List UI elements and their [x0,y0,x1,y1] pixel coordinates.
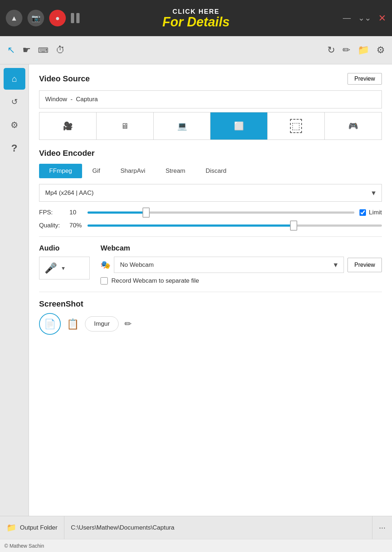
video-source-preview-button[interactable]: Preview [348,73,382,85]
copyright-text: © Mathew Sachin [4,543,44,549]
screenshot-title: ScreenShot [39,299,382,309]
webcam-checkbox-row: Record Webcam to separate file [101,277,382,284]
keyboard-tool[interactable]: ⌨ [38,46,48,55]
refresh-icon[interactable]: ↻ [327,44,335,56]
format-dropdown[interactable]: Mp4 (x264 | AAC) Avi Mkv [39,184,382,202]
tb-record-button[interactable]: ● [49,10,66,26]
source-type-screen2[interactable]: 💻 [154,112,211,140]
webcam-section: Webcam 🎭 No Webcam ▼ Preview Record Webc… [101,244,382,284]
video-encoder-title: Video Encoder [39,149,382,158]
region-icon: ⬚ [290,119,302,133]
divider-1 [39,236,382,237]
audio-webcam-row: Audio 🎤 ▼ Webcam 🎭 No Webcam ▼ [39,244,382,284]
hand-tool[interactable]: ☛ [22,44,31,56]
quality-slider[interactable] [88,222,382,229]
close-button[interactable]: ✕ [378,13,386,24]
sidebar-item-history[interactable]: ↺ [4,91,25,113]
tb-camera-button[interactable]: 📷 [27,10,44,26]
screen1-icon: 🖥 [121,121,129,131]
toolbar: ↖ ☛ ⌨ ⏱ ↻ ✏ 📁 ⚙ [0,36,392,64]
audio-button[interactable]: 🎤 ▼ [39,257,90,279]
webcam-dropdown[interactable]: No Webcam [114,257,344,273]
microphone-icon: 🎤 [44,262,57,274]
webcam-dropdown-wrap: No Webcam ▼ [114,257,344,273]
source-type-screen1[interactable]: 🖥 [97,112,154,140]
screenshot-section: ScreenShot 📄 📋 Imgur ✏ [39,299,382,335]
webcam-title: Webcam [101,244,382,252]
fps-row: FPS: 10 Limit [39,209,382,216]
footer: 📁 Output Folder C:\Users\Mathew\Document… [0,516,392,539]
webcam-separate-file-checkbox[interactable] [101,277,108,284]
window-icon: ⬜ [234,121,244,131]
encoder-tab-discard[interactable]: Discard [196,164,237,178]
limit-checkbox[interactable] [359,209,366,216]
content-area: Video Source Preview 🎥 🖥 💻 ⬜ ⬚ 🎮 [29,64,392,516]
collapse-button[interactable]: ⌄⌄ [358,13,371,23]
webcam-icon: 🎭 [101,260,110,270]
footer-folder-button[interactable]: 📁 Output Folder [0,516,64,539]
toolbar-tools: ↖ ☛ ⌨ ⏱ [7,44,320,56]
encoder-tab-sharpavi[interactable]: SharpAvi [110,164,155,178]
source-input[interactable] [39,90,382,108]
screenshot-edit-button[interactable]: ✏ [124,319,132,329]
sidebar-item-settings[interactable]: ⚙ [4,114,25,136]
encoder-tab-stream[interactable]: Stream [155,164,196,178]
video-source-title: Video Source [39,74,90,84]
timer-tool[interactable]: ⏱ [56,44,65,56]
titlebar-left: ▲ 📷 ● [6,10,80,26]
format-dropdown-wrap: Mp4 (x264 | AAC) Avi Mkv ▼ [39,184,382,202]
footer-output-label: Output Folder [20,524,57,531]
fps-slider[interactable] [88,209,354,216]
settings-icon[interactable]: ⚙ [376,44,385,56]
screenshot-imgur-button[interactable]: Imgur [85,316,119,331]
source-type-window[interactable]: ⬜ [210,112,268,140]
webcam-separate-file-label: Record Webcam to separate file [111,277,199,284]
fps-value: 10 [69,209,82,216]
encoder-tabs: FFmpeg Gif SharpAvi Stream Discard [39,164,382,178]
tb-pause-button[interactable] [71,13,80,23]
titlebar-right: — ⌄⌄ ✕ [343,13,386,24]
gamepad-icon: 🎮 [348,121,358,131]
main-layout: ⌂ ↺ ⚙ ? Video Source Preview 🎥 🖥 💻 ⬜ [0,64,392,516]
screenshot-clipboard-button[interactable]: 📋 [67,318,79,330]
source-type-camera[interactable]: 🎥 [39,112,97,140]
fps-label: FPS: [39,209,64,216]
quality-value: 70% [69,222,82,229]
minimize-button[interactable]: — [343,13,351,23]
limit-wrap: Limit [359,209,382,216]
titlebar: ▲ 📷 ● CLICK HERE For Details — ⌄⌄ ✕ [0,0,392,36]
webcam-preview-button[interactable]: Preview [348,258,382,272]
audio-title: Audio [39,244,90,252]
audio-chevron-icon: ▼ [61,265,66,271]
quality-row: Quality: 70% [39,222,382,229]
tb-up-button[interactable]: ▲ [6,10,22,26]
file-icon: 📄 [44,318,56,330]
webcam-row: 🎭 No Webcam ▼ Preview [101,257,382,273]
divider-2 [39,292,382,292]
pen-icon[interactable]: ✏ [342,44,350,56]
source-type-gamepad[interactable]: 🎮 [325,112,382,140]
quality-label: Quality: [39,222,64,229]
screenshot-icons: 📄 📋 Imgur ✏ [39,313,382,335]
screenshot-file-button[interactable]: 📄 [39,313,61,335]
limit-label: Limit [369,209,382,216]
sidebar: ⌂ ↺ ⚙ ? [0,64,29,516]
footer-more-button[interactable]: ··· [372,516,392,539]
camera-icon: 🎥 [63,121,73,131]
audio-section: Audio 🎤 ▼ [39,244,90,279]
sidebar-item-home[interactable]: ⌂ [4,68,25,90]
footer-folder-icon: 📁 [7,523,16,532]
folder-icon[interactable]: 📁 [358,44,369,56]
titlebar-center[interactable]: CLICK HERE For Details [162,8,230,29]
screen2-icon: 💻 [177,121,187,131]
sidebar-item-help[interactable]: ? [4,137,25,159]
copyright: © Mathew Sachin [0,539,392,552]
cursor-tool[interactable]: ↖ [7,44,15,56]
source-type-buttons: 🎥 🖥 💻 ⬜ ⬚ 🎮 [39,112,382,140]
toolbar-right-tools: ↻ ✏ 📁 ⚙ [327,44,385,56]
footer-path: C:\Users\Mathew\Documents\Captura [64,524,372,531]
source-type-region[interactable]: ⬚ [268,112,325,140]
video-source-header: Video Source Preview [39,73,382,85]
encoder-tab-ffmpeg[interactable]: FFmpeg [39,164,82,178]
encoder-tab-gif[interactable]: Gif [82,164,110,178]
